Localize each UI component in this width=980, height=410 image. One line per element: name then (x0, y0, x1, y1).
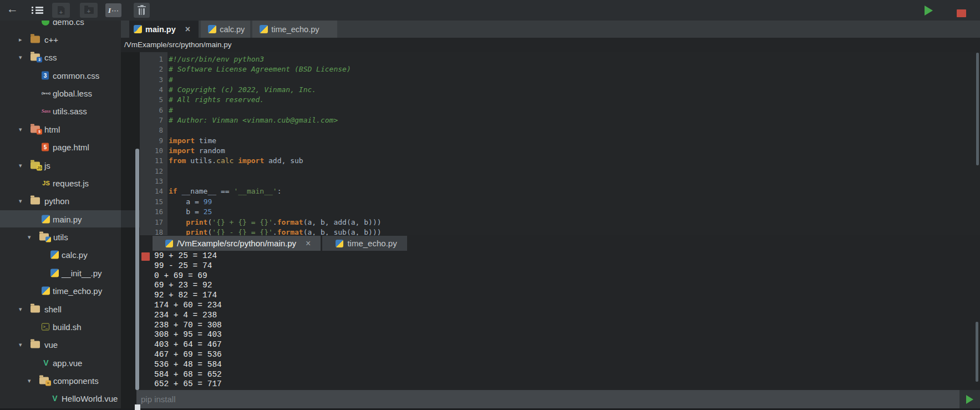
chevron-down-icon[interactable]: ▾ (19, 197, 22, 204)
tree-item-components[interactable]: ▾≡components (0, 372, 140, 389)
tree-item-HelloWorld.vue[interactable]: VHelloWorld.vue (0, 389, 140, 407)
toolbar: ← + + I··· (0, 0, 980, 21)
code-line (169, 166, 974, 176)
new-file-button[interactable]: + (52, 3, 70, 18)
command-input[interactable] (136, 390, 958, 408)
tab-label: time_echo.py (271, 25, 319, 34)
editor-tab-time_echo.py[interactable]: time_echo.py (252, 21, 337, 38)
chevron-down-icon[interactable]: ▾ (28, 377, 31, 384)
tree-item-html[interactable]: ▾5html (0, 120, 140, 138)
line-number: 14 (140, 186, 167, 196)
tree-item-label: request.js (53, 178, 89, 188)
tree-item-label: global.less (53, 88, 92, 98)
tree-item-calc.py[interactable]: calc.py (0, 246, 140, 263)
scrollbar-corner[interactable] (135, 404, 140, 410)
output-tab-bar: /VmExample/src/python/main.py×time_echo.… (140, 236, 980, 251)
chevron-down-icon[interactable]: ▾ (28, 233, 31, 240)
run-icon[interactable] (925, 6, 933, 16)
folder-components-icon: ≡ (39, 377, 49, 384)
ide-window: ← + + I··· demo.cs▸c++▾3css3common.css{l… (0, 0, 980, 410)
line-number: 15 (140, 197, 167, 207)
folder-cpp-icon (31, 36, 40, 43)
command-bar (136, 390, 980, 408)
rename-button[interactable]: I··· (105, 3, 121, 17)
tree-item-vue[interactable]: ▾vue (0, 336, 140, 353)
line-number: 5 (140, 95, 167, 105)
delete-button[interactable] (134, 3, 150, 18)
file-list-icon[interactable] (32, 6, 43, 14)
line-number: 2 (140, 64, 167, 74)
python-icon (336, 240, 343, 247)
output-line: 308 + 95 = 403 (154, 330, 974, 340)
tree-item-app.vue[interactable]: Vapp.vue (0, 354, 140, 371)
tree-item-css[interactable]: ▾3css (0, 48, 140, 65)
new-folder-icon: + (84, 7, 94, 14)
tree-item-__init__.py[interactable]: __init__.py (0, 264, 140, 281)
tree-item-request.js[interactable]: JSrequest.js (0, 174, 140, 191)
line-number: 3 (140, 75, 167, 85)
output-line: 69 + 23 = 92 (154, 281, 974, 291)
output-stop-icon[interactable] (141, 252, 150, 261)
python-icon (165, 240, 173, 247)
tree-item-global.less[interactable]: {less}global.less (0, 84, 140, 102)
folder-icon (31, 341, 40, 348)
tree-item-label: html (44, 124, 60, 134)
tree-item-js[interactable]: ▾JSjs (0, 156, 140, 174)
editor-scrollbar-thumb[interactable] (976, 53, 979, 165)
tree-item-build.sh[interactable]: >_build.sh (0, 318, 140, 335)
line-number: 16 (140, 207, 167, 217)
command-run-button[interactable] (959, 390, 980, 408)
output-line: 0 + 69 = 69 (154, 271, 974, 281)
tree-item-demo.cs[interactable]: demo.cs (0, 21, 140, 30)
tree-item-label: time_echo.py (53, 286, 102, 295)
editor-tab-main.py[interactable]: main.py× (129, 21, 199, 38)
tree-item-shell[interactable]: ▾shell (0, 300, 140, 317)
chevron-down-icon[interactable]: ▾ (19, 161, 22, 169)
code-line: print('{} + {} = {}'.format(a, b, add(a,… (169, 217, 974, 227)
tab-label: /VmExample/src/python/main.py (177, 239, 296, 248)
tree-item-label: utils (53, 232, 68, 241)
chevron-down-icon[interactable]: ▾ (19, 125, 22, 133)
code-editor[interactable]: 123456789101112131415161718 #!/usr/bin/e… (140, 52, 980, 235)
tab-close-icon[interactable]: × (306, 239, 311, 248)
tab-close-icon[interactable]: × (185, 25, 190, 34)
tree-item-main.py[interactable]: main.py (0, 210, 140, 227)
back-icon[interactable]: ← (7, 2, 18, 16)
sass-icon: Sass (42, 107, 50, 115)
chevron-down-icon[interactable]: ▾ (19, 305, 22, 312)
folder-html-icon: 5 (31, 125, 40, 133)
tree-item-label: main.py (53, 214, 82, 224)
tree-item-utils.sass[interactable]: Sassutils.sass (0, 102, 140, 119)
output-scrollbar-thumb[interactable] (976, 322, 978, 382)
python-icon (42, 286, 50, 295)
line-number: 12 (140, 166, 167, 176)
tree-item-common.css[interactable]: 3common.css (0, 67, 140, 84)
python-icon (50, 269, 59, 277)
tree-item-c++[interactable]: ▸c++ (0, 31, 140, 48)
tree-item-time_echo.py[interactable]: time_echo.py (0, 282, 140, 299)
folder-py-icon (39, 233, 49, 240)
stop-icon[interactable] (957, 9, 966, 17)
editor-tab-calc.py[interactable]: calc.py (201, 21, 250, 38)
editor-tab-bar: main.py×calc.pytime_echo.py (121, 21, 980, 38)
chevron-down-icon[interactable]: ▾ (19, 341, 22, 348)
code-content[interactable]: #!/usr/bin/env python3# Software License… (167, 52, 974, 235)
vue-icon: V (50, 394, 59, 403)
tree-item-page.html[interactable]: 5page.html (0, 138, 140, 155)
chevron-right-icon[interactable]: ▸ (19, 36, 22, 43)
output-tab-/VmExample/src/python/main.py[interactable]: /VmExample/src/python/main.py× (153, 236, 321, 251)
code-line: #!/usr/bin/env python3 (169, 54, 974, 64)
output-tab-time_echo.py[interactable]: time_echo.py (322, 236, 407, 251)
tree-item-utils[interactable]: ▾utils (0, 228, 140, 245)
code-line (169, 125, 974, 135)
folder-py-badge-icon (45, 236, 51, 242)
chevron-down-icon[interactable]: ▾ (19, 53, 22, 60)
file-tree-sidebar: demo.cs▸c++▾3css3common.css{less}global.… (0, 21, 140, 410)
tree-item-python[interactable]: ▾python (0, 192, 140, 209)
tree-item-label: HelloWorld.vue (62, 393, 118, 403)
tree-item-label: js (44, 160, 50, 170)
code-line: import time (169, 136, 974, 146)
sidebar-scrollbar-thumb[interactable] (135, 149, 139, 390)
tree-item-label: page.html (53, 142, 89, 151)
new-folder-button[interactable]: + (80, 3, 98, 18)
